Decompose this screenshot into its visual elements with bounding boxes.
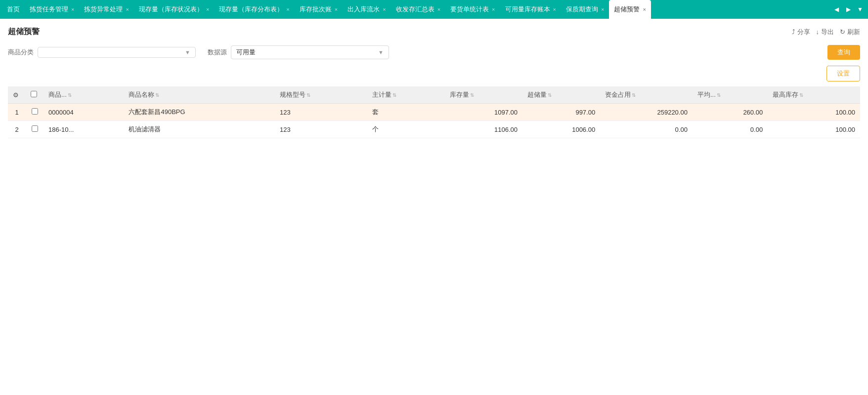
setting-row: 设置 [8,66,860,81]
sort-icon-max-stock: ⇅ [799,92,803,98]
sort-icon-overstock: ⇅ [548,92,552,98]
nav-item-7[interactable]: 收发存汇总表× [391,0,445,19]
data-source-select[interactable]: 可用量 ▼ [231,45,389,59]
nav-item-4[interactable]: 现存量（库存分布表）× [214,0,294,19]
row-num-0: 1 [8,104,26,121]
page-title: 超储预警 [8,27,40,37]
nav-item-11[interactable]: 超储预警× [609,0,651,19]
filter-row: 商品分类 ▼ 数据源 可用量 ▼ 查询 [8,45,860,60]
row-max-stock-1: 100.00 [768,121,860,138]
table-body: 1 0000004 六配套新昌490BPG 123 套 1097.00 997.… [8,104,860,138]
filter-actions: 查询 [827,45,860,60]
col-overstock[interactable]: 超储量⇅ [522,86,600,104]
row-avg-0: 260.00 [693,104,768,121]
nav-close-6[interactable]: × [383,6,386,12]
row-product-code-1: 186-10... [43,121,124,138]
page-header: 超储预警 ⤴ 分享 ↓ 导出 ↻ 刷新 [8,27,860,37]
col-settings: ⚙ [8,86,26,104]
nav-item-6[interactable]: 出入库流水× [343,0,391,19]
table-row: 1 0000004 六配套新昌490BPG 123 套 1097.00 997.… [8,104,860,121]
nav-item-10[interactable]: 保质期查询× [561,0,609,19]
nav-item-0[interactable]: 首页 [2,0,25,19]
data-source-chevron: ▼ [378,49,384,55]
row-unit-1: 个 [367,121,445,138]
product-category-filter: 商品分类 ▼ [8,47,196,58]
row-stock-0: 1097.00 [445,104,522,121]
nav-close-3[interactable]: × [206,6,209,12]
col-product-code[interactable]: 商品...⇅ [43,86,124,104]
header-actions: ⤴ 分享 ↓ 导出 ↻ 刷新 [792,28,861,37]
nav-close-2[interactable]: × [126,6,129,12]
query-button[interactable]: 查询 [827,45,860,60]
sort-icon-product-code: ⇅ [68,92,72,98]
nav-item-1[interactable]: 拣货任务管理× [25,0,79,19]
row-unit-0: 套 [367,104,445,121]
product-category-chevron: ▼ [185,49,190,55]
col-stock[interactable]: 库存量⇅ [445,86,522,104]
sort-icon-stock: ⇅ [470,92,474,98]
data-source-value: 可用量 [236,48,256,57]
col-max-stock[interactable]: 最高库存⇅ [768,86,860,104]
export-link[interactable]: ↓ 导出 [816,28,834,37]
row-spec-1: 123 [275,121,367,138]
data-source-label: 数据源 [208,48,227,57]
row-product-name-1: 机油滤清器 [124,121,275,138]
page-container: 超储预警 ⤴ 分享 ↓ 导出 ↻ 刷新 商品分类 ▼ 数据源 [0,19,868,395]
nav-item-3[interactable]: 现存量（库存状况表）× [134,0,214,19]
col-checkbox [26,86,43,104]
row-spec-0: 123 [275,104,367,121]
top-nav: 首页拣货任务管理×拣货异常处理×现存量（库存状况表）×现存量（库存分布表）×库存… [0,0,868,19]
nav-close-5[interactable]: × [335,6,338,12]
nav-item-9[interactable]: 可用量库存账本× [500,0,561,19]
row-max-stock-0: 100.00 [768,104,860,121]
data-source-filter: 数据源 可用量 ▼ [208,45,389,59]
export-icon: ↓ [816,28,820,36]
sort-icon-product-name: ⇅ [155,92,159,98]
nav-prev-arrow[interactable]: ◀ [830,0,842,19]
setting-button[interactable]: 设置 [826,66,860,81]
nav-more-arrow[interactable]: ▼ [854,0,866,19]
table-row: 2 186-10... 机油滤清器 123 个 1106.00 1006.00 … [8,121,860,138]
nav-item-8[interactable]: 要货单统计表× [445,0,500,19]
sort-icon-avg: ⇅ [717,92,721,98]
row-overstock-0: 997.00 [522,104,600,121]
nav-item-5[interactable]: 库存批次账× [295,0,343,19]
col-product-name[interactable]: 商品名称⇅ [124,86,275,104]
nav-close-1[interactable]: × [71,6,74,12]
product-category-label: 商品分类 [8,48,34,57]
row-num-1: 2 [8,121,26,138]
row-capital-0: 259220.00 [600,104,693,121]
nav-close-9[interactable]: × [553,6,556,12]
row-overstock-1: 1006.00 [522,121,600,138]
sort-icon-unit: ⇅ [392,92,396,98]
sort-icon-capital: ⇅ [632,92,636,98]
row-avg-1: 0.00 [693,121,768,138]
product-category-select[interactable]: ▼ [38,47,196,58]
nav-close-10[interactable]: × [601,6,604,12]
nav-close-8[interactable]: × [492,6,495,12]
row-product-name-0: 六配套新昌490BPG [124,104,275,121]
settings-icon[interactable]: ⚙ [13,91,19,99]
share-link[interactable]: ⤴ 分享 [792,28,810,37]
data-table: ⚙ 商品...⇅ 商品名称⇅ 规格型号⇅ 主计量⇅ 库存量⇅ [8,86,860,138]
refresh-link[interactable]: ↻ 刷新 [840,28,860,37]
row-capital-1: 0.00 [600,121,693,138]
nav-close-11[interactable]: × [643,6,646,12]
select-all-checkbox[interactable] [31,91,37,97]
col-avg[interactable]: 平均...⇅ [693,86,768,104]
sort-icon-spec: ⇅ [306,92,310,98]
nav-item-2[interactable]: 拣货异常处理× [79,0,133,19]
table-header: ⚙ 商品...⇅ 商品名称⇅ 规格型号⇅ 主计量⇅ 库存量⇅ [8,86,860,104]
nav-close-7[interactable]: × [437,6,440,12]
row-checkbox-0[interactable] [26,104,43,121]
row-checkbox-1[interactable] [26,121,43,138]
col-spec[interactable]: 规格型号⇅ [275,86,367,104]
share-icon: ⤴ [792,28,795,36]
refresh-icon: ↻ [840,28,845,36]
nav-next-arrow[interactable]: ▶ [842,0,854,19]
nav-close-4[interactable]: × [286,6,289,12]
row-stock-1: 1106.00 [445,121,522,138]
col-unit[interactable]: 主计量⇅ [367,86,445,104]
col-capital[interactable]: 资金占用⇅ [600,86,693,104]
row-product-code-0: 0000004 [43,104,124,121]
